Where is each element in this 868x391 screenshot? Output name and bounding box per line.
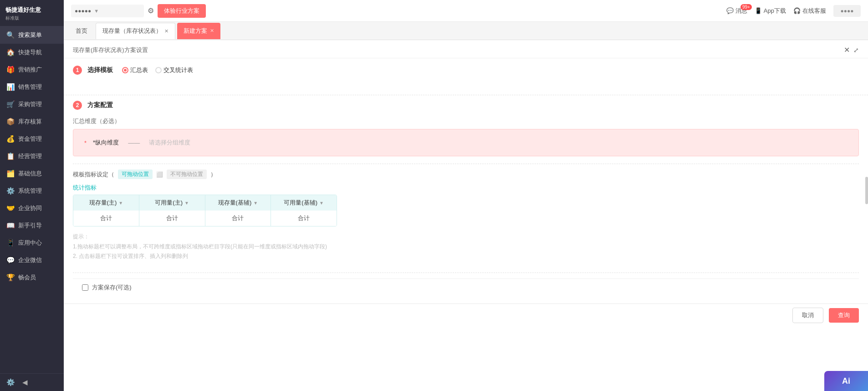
content-inner: 现存量(库存状况表)方案设置 ✕ ⤢ 1 选择模板 汇总表 <box>64 40 868 391</box>
tab-inventory-close-icon[interactable]: ✕ <box>164 28 168 34</box>
user-avatar[interactable]: ●●●● <box>833 5 861 17</box>
trial-button[interactable]: 体验行业方案 <box>158 4 206 18</box>
sidebar-item-label: 系统管理 <box>18 187 42 195</box>
stat-col-current-main-label: 现存量(主) <box>89 199 117 207</box>
sidebar-item-label: 销售管理 <box>18 83 42 91</box>
vertical-dim-label: *纵向维度 <box>93 139 119 147</box>
stat-title: 统计指标 <box>73 184 859 192</box>
sidebar-item-operations[interactable]: 📋 经营管理 <box>0 148 64 165</box>
save-scheme-checkbox[interactable] <box>82 284 88 291</box>
ai-fab-label: Ai <box>842 376 850 386</box>
topbar-brand[interactable]: ●●●●● ▼ <box>71 5 144 17</box>
dim-placeholder[interactable]: 请选择分组维度 <box>149 139 190 147</box>
book-icon: 📖 <box>6 221 15 230</box>
sidebar-item-label: 采购管理 <box>18 100 42 108</box>
close-panel-icon[interactable]: ✕ <box>844 46 850 54</box>
footer-bar: 取消 查询 <box>64 304 868 327</box>
sidebar-item-label: 经营管理 <box>18 152 42 160</box>
message-button[interactable]: 💬 消息 99+ <box>726 7 747 15</box>
sidebar-item-search[interactable]: 🔍 搜索菜单 <box>0 26 64 44</box>
unmovable-badge: 不可拖动位置 <box>167 170 207 179</box>
collapse-icon[interactable]: ◀ <box>22 378 28 386</box>
stat-col-available-aux[interactable]: 可用量(基辅) ▼ <box>271 195 337 211</box>
sidebar-item-guide[interactable]: 📖 新手引导 <box>0 217 64 234</box>
cart-icon: 🛒 <box>6 100 15 108</box>
sidebar-item-finance[interactable]: 💰 资金管理 <box>0 130 64 148</box>
clipboard-icon: 📋 <box>6 152 15 160</box>
sidebar-item-weixin[interactable]: 💬 企业微信 <box>0 252 64 269</box>
stat-col-available-main[interactable]: 可用量(主) ▼ <box>139 195 205 211</box>
message-icon: 💬 <box>726 7 734 14</box>
sidebar-item-marketing[interactable]: 🎁 营销推广 <box>0 61 64 78</box>
sidebar-item-inventory[interactable]: 📦 库存核算 <box>0 113 64 130</box>
divider3 <box>73 273 859 273</box>
brand-text: ●●●●● <box>75 8 91 14</box>
sidebar-item-system[interactable]: ⚙️ 系统管理 <box>0 182 64 200</box>
required-star: * <box>84 139 87 146</box>
chat-icon: 💬 <box>6 256 15 264</box>
query-button[interactable]: 查询 <box>829 308 859 323</box>
sidebar-item-basics[interactable]: 🗂️ 基础信息 <box>0 165 64 182</box>
sidebar-item-contract[interactable]: 🤝 企业协同 <box>0 200 64 217</box>
settings-bottom-icon[interactable]: ⚙️ <box>6 378 15 386</box>
template-radio-group: 汇总表 交叉统计表 <box>122 66 193 74</box>
app-download-button[interactable]: 📱 App下载 <box>755 7 786 15</box>
tab-new-scheme-close-icon[interactable]: ✕ <box>210 28 214 34</box>
page-header: 现存量(库存状况表)方案设置 ✕ ⤢ <box>64 40 868 58</box>
box-icon: 📦 <box>6 118 15 126</box>
ai-fab-button[interactable]: Ai <box>824 371 868 391</box>
stat-col-current-main[interactable]: 现存量(主) ▼ <box>73 195 139 211</box>
pink-dimension-area: * *纵向维度 —— 请选择分组维度 <box>73 129 859 156</box>
tab-new-scheme[interactable]: 新建方案 ✕ <box>177 23 220 39</box>
tabbar: 首页 现存量（库存状况表） ✕ 新建方案 ✕ <box>64 22 868 40</box>
trophy-icon: 🏆 <box>6 273 15 282</box>
page-header-actions: ✕ ⤢ <box>844 46 859 54</box>
tab-inventory-status[interactable]: 现存量（库存状况表） ✕ <box>96 23 175 39</box>
sidebar-item-quick-nav[interactable]: 🏠 快捷导航 <box>0 44 64 61</box>
sidebar-item-appstore[interactable]: 📱 应用中心 <box>0 234 64 252</box>
stat-col-available-aux-label: 可用量(基辅) <box>284 199 317 207</box>
step1-num: 1 <box>73 66 82 75</box>
topbar: ●●●●● ▼ ⚙ 体验行业方案 💬 消息 99+ 📱 App下载 🎧 在线客服… <box>64 0 868 22</box>
stat-table: 现存量(主) ▼ 可用量(主) ▼ 现存量(基辅) ▼ <box>73 195 337 226</box>
topbar-settings-icon[interactable]: ⚙ <box>148 6 154 15</box>
step2-row: 2 方案配置 <box>73 101 859 110</box>
handshake-icon: 🤝 <box>6 204 15 212</box>
online-service-button[interactable]: 🎧 在线客服 <box>793 7 826 15</box>
sidebar-item-member[interactable]: 🏆 畅会员 <box>0 269 64 286</box>
sidebar-item-sales[interactable]: 📊 销售管理 <box>0 78 64 96</box>
sidebar-item-label: 新手引导 <box>18 221 42 230</box>
sidebar-item-label: 搜索菜单 <box>18 31 42 39</box>
movable-badge: 可拖动位置 <box>118 170 153 179</box>
service-label: 在线客服 <box>802 7 826 15</box>
sidebar-logo: 畅捷通好生意 标准版 <box>0 0 64 26</box>
stat-col-current-aux-label: 现存量(基辅) <box>218 199 252 207</box>
expand-icon[interactable]: ⤢ <box>853 46 859 54</box>
chevron-available-main-icon[interactable]: ▼ <box>184 201 189 206</box>
chevron-available-aux-icon[interactable]: ▼ <box>319 201 324 206</box>
tab-home[interactable]: 首页 <box>69 23 94 39</box>
config-suffix: ） <box>210 170 216 179</box>
chevron-current-aux-icon[interactable]: ▼ <box>253 201 258 206</box>
step1-section: 1 选择模板 汇总表 交叉统计表 <box>64 58 868 89</box>
sidebar-item-purchase[interactable]: 🛒 采购管理 <box>0 96 64 113</box>
sidebar-nav: 🔍 搜索菜单 🏠 快捷导航 🎁 营销推广 📊 销售管理 🛒 采购管理 📦 库存核… <box>0 26 64 373</box>
sidebar-item-label: 快捷导航 <box>18 48 42 57</box>
chevron-current-main-icon[interactable]: ▼ <box>118 201 123 206</box>
radio-summary[interactable]: 汇总表 <box>122 66 148 74</box>
step1-row: 1 选择模板 汇总表 交叉统计表 <box>73 66 859 75</box>
radio-cross[interactable]: 交叉统计表 <box>155 66 193 74</box>
cancel-button[interactable]: 取消 <box>792 308 823 323</box>
sidebar: 畅捷通好生意 标准版 🔍 搜索菜单 🏠 快捷导航 🎁 营销推广 📊 销售管理 🛒… <box>0 0 64 391</box>
stat-cell-available-aux: 合计 <box>271 211 337 226</box>
config-separator: ⬜ <box>156 171 163 178</box>
tab-home-label: 首页 <box>76 27 87 35</box>
scroll-indicator[interactable] <box>865 177 868 204</box>
template-config-title: 模板指标设定（ <box>73 170 114 179</box>
chevron-down-icon[interactable]: ▼ <box>94 8 99 14</box>
dimension-section-title: 汇总维度（必选） <box>73 117 859 125</box>
stat-col-current-aux[interactable]: 现存量(基辅) ▼ <box>205 195 271 211</box>
app-title: 畅捷通好生意 <box>5 6 58 14</box>
app-download-label: App下载 <box>764 7 786 15</box>
step1-label: 选择模板 <box>87 66 113 74</box>
